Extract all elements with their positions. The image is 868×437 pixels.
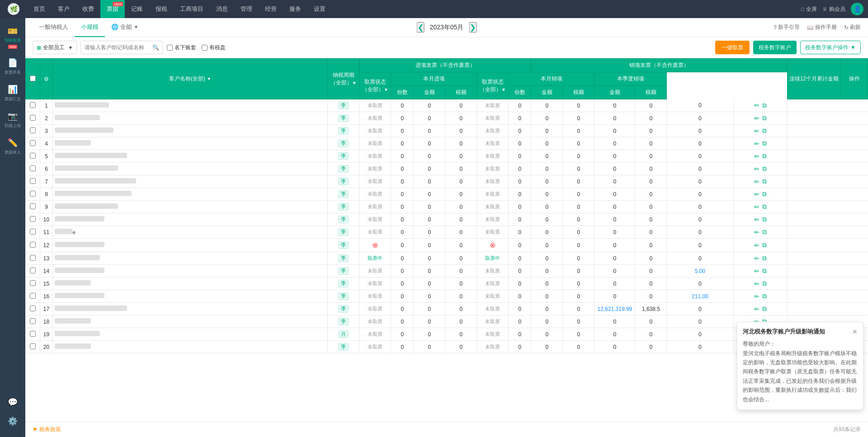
edit-button[interactable]: ✏ (754, 280, 760, 287)
row-checkbox[interactable] (30, 115, 36, 121)
date-prev-button[interactable]: ❮ (417, 22, 425, 33)
copy-button[interactable]: ⧉ (762, 178, 767, 185)
row-checkbox[interactable] (30, 153, 36, 159)
tax-digital-account-ops-button[interactable]: 税务数字账户操作 ▼ (800, 41, 861, 54)
row-checkbox[interactable] (30, 280, 36, 286)
edit-button[interactable]: ✏ (754, 305, 760, 313)
edit-button[interactable]: ✏ (754, 115, 760, 122)
row-checkbox[interactable] (30, 229, 36, 235)
row-checkbox[interactable] (30, 102, 36, 108)
row-checkbox[interactable] (30, 318, 36, 324)
checkbox-subledger[interactable]: 名下账套 (167, 44, 196, 52)
select-all-checkbox[interactable] (30, 75, 36, 81)
nav-settings[interactable]: 设置 (307, 0, 332, 18)
refresh-link[interactable]: ↻ 刷新 (844, 23, 861, 31)
nav-ticket[interactable]: 票据 new (100, 0, 125, 18)
edit-button[interactable]: ✏ (754, 140, 760, 147)
copy-button[interactable]: ⧉ (762, 267, 767, 275)
edit-button[interactable]: ✏ (754, 229, 760, 236)
one-click-ticket-button[interactable]: 一键取票 (715, 41, 750, 54)
edit-button[interactable]: ✏ (754, 216, 760, 223)
copy-button[interactable]: ⧉ (762, 228, 767, 236)
manual-link[interactable]: 📖 操作手册 (807, 23, 837, 31)
copy-button[interactable]: ⧉ (762, 102, 767, 109)
edit-button[interactable]: ✏ (754, 178, 760, 185)
checkbox-taxdisk[interactable]: 有税盘 (202, 44, 226, 52)
row-checkbox[interactable] (30, 242, 36, 248)
row-checkbox[interactable] (30, 255, 36, 261)
app-logo[interactable]: 🌿 (5, 0, 23, 18)
nav-bookkeeping[interactable]: 记账 (125, 0, 149, 18)
copy-button[interactable]: ⧉ (762, 127, 767, 135)
row-checkbox[interactable] (30, 191, 36, 197)
copy-button[interactable]: ⧉ (762, 254, 767, 262)
nav-business[interactable]: 工商项目 (174, 0, 210, 18)
vip-button[interactable]: ♕ 购会员 (822, 5, 845, 13)
nav-customer[interactable]: 客户 (52, 0, 76, 18)
tab-small-scale[interactable]: 小规模 (75, 18, 105, 37)
row-checkbox[interactable] (30, 343, 36, 349)
edit-button[interactable]: ✏ (754, 153, 760, 160)
copy-button[interactable]: ⧉ (762, 152, 767, 160)
nav-message[interactable]: 消息 (210, 0, 234, 18)
row-checkbox[interactable] (30, 268, 36, 273)
employee-select[interactable]: ▦ 全部员工 ▼ (33, 41, 77, 54)
nav-home[interactable]: 首页 (27, 0, 52, 18)
copy-button[interactable]: ⧉ (762, 165, 767, 173)
nav-tax[interactable]: 报税 (149, 0, 174, 18)
row-checkbox[interactable] (30, 140, 36, 146)
edit-button[interactable]: ✏ (754, 255, 760, 262)
tab-general-taxpayer[interactable]: 一般纳税人 (33, 18, 75, 37)
copy-button[interactable]: ⧉ (762, 292, 767, 300)
edit-button[interactable]: ✏ (754, 268, 760, 275)
nav-service[interactable]: 服务 (283, 0, 307, 18)
row-checkbox[interactable] (30, 293, 36, 299)
tab-all[interactable]: 🌐 全能 ▼ (105, 18, 145, 37)
sidebar-item-issue[interactable]: 📄 发票开具 (1, 54, 24, 79)
copy-button[interactable]: ⧉ (762, 140, 767, 147)
edit-button[interactable]: ✏ (754, 127, 760, 135)
sidebar-bottom-message[interactable]: 💬 (1, 394, 24, 411)
tax-policy-link[interactable]: ⚑ 税务政策 (33, 426, 61, 433)
subledger-checkbox[interactable] (167, 45, 173, 51)
sidebar-bottom-settings[interactable]: ⚙️ (1, 413, 24, 430)
row-checkbox[interactable] (30, 203, 36, 209)
taxdisk-checkbox[interactable] (202, 45, 208, 51)
copy-button[interactable]: ⧉ (762, 241, 767, 249)
search-input[interactable] (85, 44, 152, 51)
nav-fee[interactable]: 收费 (76, 0, 100, 18)
row-checkbox[interactable] (30, 178, 36, 184)
sidebar-item-summary[interactable]: 📊 票据汇总 (1, 81, 24, 106)
copy-button[interactable]: ⧉ (762, 203, 767, 211)
row-checkbox[interactable] (30, 127, 36, 133)
edit-button[interactable]: ✏ (754, 203, 760, 211)
edit-button[interactable]: ✏ (754, 242, 760, 249)
edit-button[interactable]: ✏ (754, 191, 760, 198)
row-checkbox[interactable] (30, 216, 36, 222)
notification-close-button[interactable]: ✕ (852, 328, 858, 335)
fullscreen-button[interactable]: □ 全屏 (801, 5, 817, 13)
copy-button[interactable]: ⧉ (762, 216, 767, 223)
search-icon[interactable]: 🔍 (152, 44, 159, 51)
copy-button[interactable]: ⧉ (762, 305, 767, 313)
nav-operation[interactable]: 经营 (259, 0, 283, 18)
nav-manage[interactable]: 管理 (234, 0, 259, 18)
new-guide-link[interactable]: ? 新手引导 (774, 23, 800, 31)
row-checkbox[interactable] (30, 305, 36, 311)
copy-button[interactable]: ⧉ (762, 280, 767, 287)
edit-button[interactable]: ✏ (754, 165, 760, 173)
sidebar-item-smart-ticket[interactable]: 🎫 智能取票 new (1, 23, 24, 52)
copy-button[interactable]: ⧉ (762, 114, 767, 122)
edit-button[interactable]: ✏ (754, 102, 760, 109)
cumulative-value[interactable]: 5.00 (695, 268, 705, 274)
user-avatar[interactable]: 👤 (851, 3, 863, 15)
row-checkbox[interactable] (30, 165, 36, 171)
tax-digital-account-button[interactable]: 税务数字账户 (753, 41, 797, 54)
row-checkbox[interactable] (30, 331, 36, 337)
sidebar-item-scan[interactable]: 📷 扫描上传 (1, 108, 24, 132)
sidebar-item-entry[interactable]: ✏️ 票据录入 (1, 134, 24, 159)
copy-button[interactable]: ⧉ (762, 190, 767, 198)
cumulative-value[interactable]: 211.00 (692, 293, 708, 300)
date-next-button[interactable]: ❯ (469, 22, 476, 33)
edit-button[interactable]: ✏ (754, 293, 760, 300)
